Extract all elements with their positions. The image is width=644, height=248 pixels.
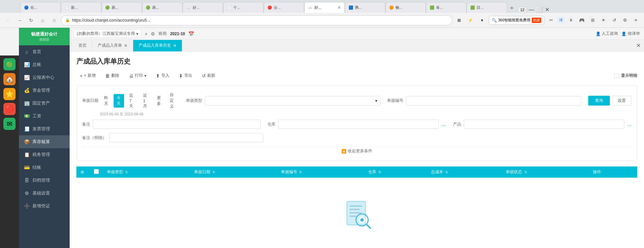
scissors-icon[interactable]: ✂	[546, 16, 556, 25]
number-input[interactable]	[406, 96, 581, 106]
col-date[interactable]: 单据日期 ⇅	[190, 166, 277, 178]
ai-service-button[interactable]: 👤 人工咨询	[596, 31, 618, 37]
browser-tab-t6[interactable]: 📄 个...	[223, 2, 264, 13]
col-type[interactable]: 单据类型 ⇅	[103, 166, 190, 178]
calendar-icon[interactable]: 📅	[188, 31, 194, 37]
app-icon-star[interactable]: ⭐	[3, 88, 16, 100]
product-input[interactable]	[464, 119, 624, 129]
export-button[interactable]: ⬇ 导出	[175, 71, 196, 80]
home-button[interactable]: ⌂	[38, 16, 47, 25]
warehouse-input[interactable]	[278, 119, 439, 129]
brightness-icon[interactable]: ☀	[599, 16, 608, 25]
sidebar-item-home[interactable]: ⌂ 首页	[19, 45, 70, 58]
add-button[interactable]: + + 新增	[76, 71, 99, 80]
minimize-button[interactable]: —	[529, 7, 534, 13]
grid-icon[interactable]: ⊞	[454, 16, 464, 25]
sidebar-item-salary[interactable]: 💵 工资	[19, 110, 70, 122]
app-icon-weibo[interactable]: 🔴	[3, 103, 16, 115]
browser-tab-t12[interactable]: 🟩 目...	[467, 2, 507, 13]
sidebar-item-invoice[interactable]: 🧾 发票管理	[19, 122, 70, 135]
delete-button[interactable]: 🗑 删除	[102, 71, 123, 80]
bookmark-button[interactable]: ☆	[49, 16, 59, 25]
col-gear[interactable]: ⚙	[76, 166, 90, 178]
date-btn-more[interactable]: 更多	[154, 94, 164, 108]
browser-tab-t8[interactable]: ☁️ 好... ✕	[304, 2, 345, 13]
close-button[interactable]: ✕	[545, 6, 549, 13]
query-button[interactable]: 查询	[588, 96, 610, 106]
sidebar-item-tax[interactable]: 📋 税务管理	[19, 148, 70, 161]
game-icon[interactable]: 🎮	[577, 16, 587, 25]
browser-tab-t2[interactable]: 📄 新...	[61, 2, 101, 13]
sidebar-item-basic[interactable]: ⚙ 基础设置	[19, 187, 70, 200]
app-icon-home[interactable]: 🏠	[3, 73, 16, 85]
collapse-row[interactable]: 🔼 收起更多条件	[82, 146, 631, 155]
setting-button[interactable]: 设置	[612, 96, 631, 106]
add-company-button[interactable]: +	[145, 31, 147, 37]
new-tab-button[interactable]: +	[507, 3, 517, 13]
warehouse-dots[interactable]: ...	[442, 121, 446, 127]
view-icon[interactable]: ⊞	[588, 16, 597, 25]
date-btn-yesterday[interactable]: 昨天	[101, 94, 112, 108]
settings-button[interactable]: ⚙	[151, 31, 155, 37]
type-select[interactable]: ▾	[205, 96, 380, 106]
browser-tab-t11[interactable]: 🟩 各...	[426, 2, 467, 13]
select-all-checkbox[interactable]	[94, 169, 99, 174]
refresh-button[interactable]: ↻	[26, 16, 36, 25]
detail-note-input[interactable]	[109, 133, 263, 142]
product-dots[interactable]: ...	[627, 121, 631, 127]
dropdown-icon[interactable]: ▾	[477, 16, 487, 25]
date-btn-custom[interactable]: 自定义	[167, 91, 180, 110]
browser-tab-t5[interactable]: ☁️ 好...	[183, 2, 223, 13]
forward-button[interactable]: →	[15, 16, 24, 25]
browser-tab-t7[interactable]: 🔴 企...	[264, 2, 304, 13]
col-number[interactable]: 单据编号 ⇅	[277, 166, 364, 178]
app-icon-changjie[interactable]: 🟢	[3, 58, 16, 70]
history-icon[interactable]: ↺	[610, 16, 619, 25]
browser-tab-t1[interactable]: 🔵 在...	[20, 2, 61, 13]
col-cost[interactable]: 总成本 ⇅	[427, 166, 502, 178]
sidebar-item-archive[interactable]: 🗄 归档管理	[19, 174, 70, 187]
show-detail-checkbox[interactable]	[614, 73, 619, 78]
date-btn-1month[interactable]: 近1月	[140, 92, 152, 110]
settings-icon[interactable]: ⚙	[620, 16, 630, 25]
col-warehouse[interactable]: 仓库 ⇅	[364, 166, 427, 178]
more-icon[interactable]: ≡	[631, 16, 641, 25]
sidebar-item-fund[interactable]: 💰 资金管理	[19, 84, 70, 97]
panel-close-x[interactable]: ✕	[636, 42, 641, 49]
sidebar-item-inventory[interactable]: 📦 库存核算	[19, 135, 70, 148]
sidebar-item-report[interactable]: 📈 云报表中心	[19, 71, 70, 84]
user-profile[interactable]: 👤 徐泽华	[621, 31, 640, 37]
maximize-button[interactable]: ⬜	[536, 6, 543, 13]
company-selector[interactable]: (勿删勿禁用）江西服宝测试专用 ▾	[74, 29, 141, 38]
tab-list-close[interactable]: ✕	[124, 43, 127, 48]
refresh-button[interactable]: ↺ 刷新	[198, 71, 219, 80]
sidebar-item-general[interactable]: 📊 总账	[19, 58, 70, 71]
address-input[interactable]: 🔒 https://cloud.chanjet.com/accounting/u…	[61, 15, 452, 25]
tab-history[interactable]: 产成品入库单历史 ✕	[133, 40, 182, 51]
tab-history-close[interactable]: ✕	[173, 43, 176, 48]
sidebar-item-newvoucher[interactable]: ➕ 新增凭证	[19, 200, 70, 212]
note-input[interactable]	[93, 119, 261, 129]
col-check[interactable]	[90, 166, 103, 178]
browser-tab-t10[interactable]: 🟠 畅...	[385, 2, 426, 13]
date-btn-today[interactable]: 今天	[114, 94, 124, 108]
print-button[interactable]: 🖨 打印 ▾	[125, 71, 150, 80]
browser-tab-t4[interactable]: 🟢 易...	[142, 2, 183, 13]
tab-list[interactable]: 产成品入库单 ✕	[92, 40, 133, 51]
lightning-icon[interactable]: ⚡	[466, 16, 475, 25]
col-status[interactable]: 单据状态 ⇅	[502, 166, 589, 178]
tab-title-t7: 企...	[274, 5, 301, 10]
browser-tab-t9[interactable]: 🟦 腾...	[345, 2, 385, 13]
back-button[interactable]: ←	[3, 16, 13, 25]
sidebar-item-checkout[interactable]: 💳 结账	[19, 161, 70, 174]
translate-button[interactable]: 译	[557, 17, 565, 24]
import-button[interactable]: ⬆ 导入	[152, 71, 173, 80]
currency-icon[interactable]: ¥	[566, 16, 576, 25]
browser-tab-t3[interactable]: 🟢 易...	[101, 2, 142, 13]
app-icon-email[interactable]: ✉	[3, 118, 16, 130]
tab-home[interactable]: 首页	[73, 40, 92, 51]
date-btn-7days[interactable]: 近7天	[126, 92, 138, 110]
tab-close-t8[interactable]: ✕	[337, 5, 341, 10]
search-bar[interactable]: 🔍 360智能抠图免费用 热搜	[489, 16, 544, 25]
sidebar-item-asset[interactable]: 🏢 固定资产	[19, 97, 70, 110]
